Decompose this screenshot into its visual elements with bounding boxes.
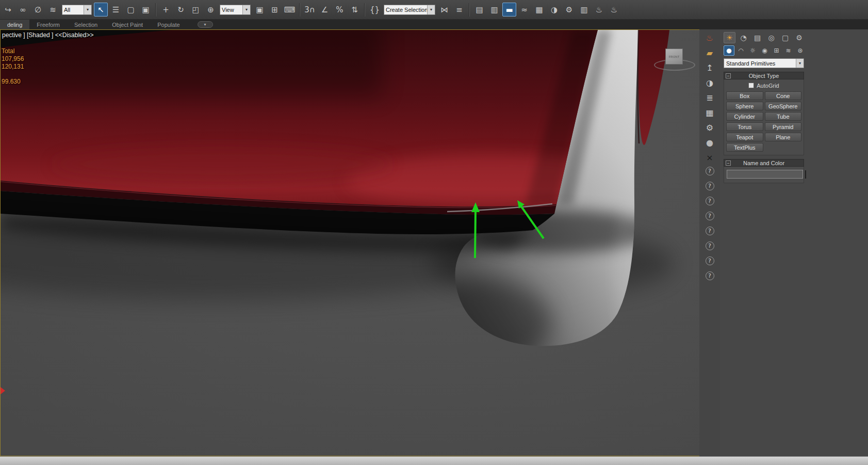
toggle-layer-explorer-icon[interactable]: ▥: [487, 3, 501, 17]
toggle-scene-explorer-icon[interactable]: ▤: [472, 3, 486, 17]
object-type-button-pyramid[interactable]: Pyramid: [765, 122, 802, 131]
autogrid-checkbox[interactable]: [748, 83, 754, 88]
systems-category[interactable]: ⊛: [795, 45, 806, 56]
lights-category[interactable]: ☼: [747, 45, 758, 56]
material-editor-icon[interactable]: ◑: [547, 3, 561, 17]
ribbon-tab-deling[interactable]: deling: [0, 20, 29, 29]
question-mark-icon: ?: [706, 271, 714, 280]
main-toolbar: ↪∞∅≋All▾↖☰▢▣+↻◰⊕View▾▣⊞⌨3∩∠%⇅{}Create Se…: [0, 0, 868, 20]
use-pivot-point-center-icon[interactable]: ▣: [253, 3, 267, 17]
object-type-rollout-header[interactable]: − Object Type: [724, 72, 804, 79]
select-by-name-icon[interactable]: ☰: [109, 3, 123, 17]
shapes-category[interactable]: ◠: [735, 45, 746, 56]
selection-filter-dropdown[interactable]: All▾: [62, 5, 92, 15]
sphere-icon[interactable]: ●: [703, 137, 716, 149]
chevron-down-icon: ▾: [84, 5, 91, 14]
object-type-button-tube[interactable]: Tube: [765, 112, 802, 121]
name-color-rollout-header[interactable]: − Name and Color: [724, 159, 804, 167]
display-tab[interactable]: ▢: [779, 32, 791, 43]
question-mark-icon: ?: [706, 197, 714, 205]
ribbon-tab-selection[interactable]: Selection: [67, 20, 105, 29]
select-and-rotate-icon[interactable]: ↻: [174, 3, 188, 17]
spacewarps-category[interactable]: ≋: [783, 45, 794, 56]
help-icon[interactable]: ?: [703, 227, 716, 235]
ribbon-overflow-button[interactable]: ▾: [198, 21, 213, 28]
object-type-button-box[interactable]: Box: [726, 91, 763, 100]
object-type-button-textplus[interactable]: TextPlus: [726, 143, 763, 152]
layers-icon[interactable]: ≣: [703, 92, 716, 104]
motion-tab[interactable]: ◎: [765, 32, 777, 43]
help-icon[interactable]: ?: [703, 212, 716, 220]
rendered-frame-window-icon[interactable]: ▥: [577, 3, 591, 17]
create-tab[interactable]: ☀: [724, 32, 735, 43]
help-icon[interactable]: ?: [703, 256, 716, 265]
close-icon[interactable]: ×: [703, 152, 716, 164]
named-selection-sets-dropdown[interactable]: Create Selection Se▾: [384, 5, 435, 15]
viewport-statistics: Total107,956120,13199.630: [2, 47, 24, 86]
keyboard-shortcut-override-icon[interactable]: ⌨: [283, 3, 297, 17]
object-color-swatch[interactable]: [805, 170, 806, 179]
unlink-selection-icon[interactable]: ∅: [31, 3, 45, 17]
object-type-button-cone[interactable]: Cone: [765, 91, 802, 100]
edit-named-selection-sets-icon[interactable]: {}: [368, 3, 382, 17]
render-flyout-icon[interactable]: ♨: [607, 3, 621, 17]
spinner-snap-icon[interactable]: ⇅: [348, 3, 362, 17]
reference-coordinate-dropdown[interactable]: View▾: [220, 5, 251, 15]
render-setup-icon[interactable]: ⚙: [562, 3, 576, 17]
object-type-button-torus[interactable]: Torus: [726, 122, 763, 131]
help-icon[interactable]: ?: [703, 271, 716, 280]
bind-to-space-warp-icon[interactable]: ≋: [46, 3, 60, 17]
teapot-icon[interactable]: ♨: [703, 32, 716, 44]
select-and-link-icon[interactable]: ∞: [16, 3, 30, 17]
helpers-category[interactable]: ⊞: [771, 45, 782, 56]
modify-tab[interactable]: ◔: [738, 32, 749, 43]
redo-icon[interactable]: ↪: [1, 3, 15, 17]
question-mark-icon: ?: [706, 242, 714, 250]
folder-icon[interactable]: ▰: [703, 47, 716, 59]
object-type-button-teapot[interactable]: Teapot: [726, 133, 763, 141]
curve-editor-icon[interactable]: ≈: [517, 3, 531, 17]
object-name-input[interactable]: [727, 170, 803, 179]
subcategory-dropdown[interactable]: Standard Primitives ▾: [724, 58, 804, 68]
dope-sheet-icon[interactable]: ▦: [532, 3, 546, 17]
viewport-label[interactable]: pective ] [Shaded ] <<Disabled>>: [2, 31, 93, 39]
helper-label: FRONT: [669, 55, 680, 58]
hierarchy-tab[interactable]: ▤: [751, 32, 763, 43]
geometry-category[interactable]: ●: [724, 45, 734, 56]
select-object-icon[interactable]: ↖: [94, 3, 108, 17]
object-type-button-cylinder[interactable]: Cylinder: [726, 112, 763, 121]
question-mark-icon: ?: [706, 167, 714, 175]
rectangular-selection-region-icon[interactable]: ▢: [124, 3, 138, 17]
bricks-icon[interactable]: ▦: [703, 107, 716, 119]
perspective-viewport[interactable]: pective ] [Shaded ] <<Disabled>> Total10…: [0, 29, 699, 456]
select-and-place-icon[interactable]: ⊕: [204, 3, 218, 17]
align-icon[interactable]: ≡: [452, 3, 466, 17]
percent-snap-icon[interactable]: %: [333, 3, 347, 17]
object-type-button-geosphere[interactable]: GeoSphere: [765, 102, 802, 110]
help-icon[interactable]: ?: [703, 182, 716, 190]
render-production-icon[interactable]: ♨: [592, 3, 606, 17]
snaps-toggle-icon[interactable]: 3∩: [303, 3, 317, 17]
ribbon-tab-freeform[interactable]: Freeform: [29, 20, 67, 29]
help-icon[interactable]: ?: [703, 242, 716, 250]
select-and-move-icon[interactable]: +: [159, 3, 173, 17]
help-icon[interactable]: ?: [703, 167, 716, 175]
mirror-icon[interactable]: ⋈: [437, 3, 451, 17]
select-and-manipulate-icon[interactable]: ⊞: [268, 3, 282, 17]
select-and-scale-icon[interactable]: ◰: [189, 3, 203, 17]
gear-icon[interactable]: ⚙: [703, 122, 716, 134]
object-type-button-sphere[interactable]: Sphere: [726, 102, 763, 110]
toggle-ribbon-icon[interactable]: ▬: [502, 3, 516, 17]
utilities-tab[interactable]: ⚙: [793, 32, 805, 43]
ribbon-tab-populate[interactable]: Populate: [150, 20, 187, 29]
question-mark-icon: ?: [706, 256, 714, 265]
help-icon[interactable]: ?: [703, 197, 716, 205]
angle-snap-icon[interactable]: ∠: [318, 3, 332, 17]
window-crossing-selection-icon[interactable]: ▣: [139, 3, 153, 17]
ribbon-tab-object-paint[interactable]: Object Paint: [105, 20, 150, 29]
object-type-button-plane[interactable]: Plane: [765, 133, 802, 141]
time-slider-track[interactable]: [0, 456, 868, 465]
transform-icon[interactable]: ↥: [703, 62, 716, 74]
cameras-category[interactable]: ◉: [759, 45, 770, 56]
checker-sphere-icon[interactable]: ◑: [703, 77, 716, 89]
